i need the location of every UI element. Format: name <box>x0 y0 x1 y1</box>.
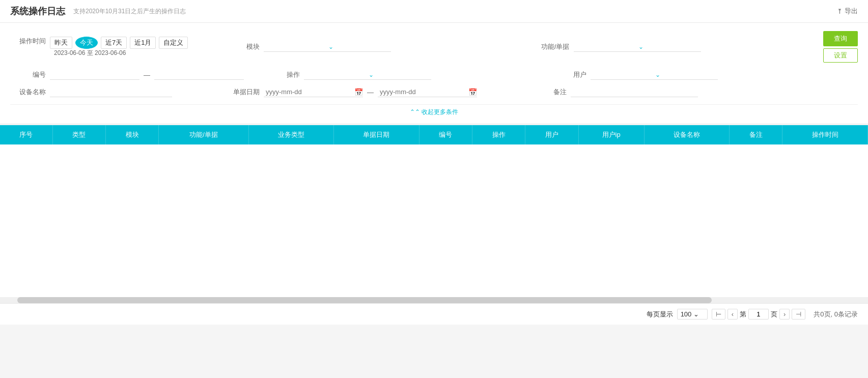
page-header: 系统操作日志 支持2020年10月31日之后产生的操作日志 ⤒ 导出 <box>0 0 868 23</box>
remark-input[interactable] <box>571 87 698 97</box>
date-dash: — <box>367 89 374 96</box>
col-remark: 备注 <box>730 125 782 144</box>
page-title: 系统操作日志 <box>10 5 65 17</box>
collapse-icon: ⌃⌃ <box>410 108 420 115</box>
collapse-label: 收起更多条件 <box>422 108 458 115</box>
col-user-ip: 用户ip <box>578 125 644 144</box>
user-chevron-icon: ⌄ <box>655 71 716 78</box>
col-func: 功能/单据 <box>159 125 248 144</box>
time-btn-1month[interactable]: 近1月 <box>130 37 156 49</box>
user-filter-group: 用户 ⌄ <box>551 70 817 80</box>
module-label: 模块 <box>224 42 260 51</box>
filter-row-3: 设备名称 单据日期 📅 — 📅 备注 <box>10 87 858 97</box>
date-from-input[interactable] <box>264 87 353 97</box>
col-operation: 操作 <box>472 125 525 144</box>
export-icon: ⤒ <box>837 8 843 15</box>
filter-row-1: 操作时间 昨天 今天 近7天 近1月 自定义 2023-06-06 至 2023… <box>10 31 858 63</box>
table-header: 序号 类型 模块 功能/单据 业务类型 单据日期 编号 操作 用户 用户ip 设… <box>0 125 868 144</box>
scrollbar-thumb[interactable] <box>17 297 712 303</box>
time-options-wrap: 昨天 今天 近7天 近1月 自定义 2023-06-06 至 2023-06-0… <box>50 37 188 57</box>
empty-area <box>0 144 868 297</box>
col-voucher-date: 单据日期 <box>334 125 419 144</box>
operation-chevron-icon: ⌄ <box>369 71 429 78</box>
code-label: 编号 <box>10 70 46 79</box>
pagination-bar: 每页显示 100 ⌄ ⊢ ‹ 第 页 › ⊣ 共0页, 0条记录 <box>0 303 868 325</box>
remark-label: 备注 <box>531 88 567 97</box>
query-button[interactable]: 查询 <box>823 31 858 46</box>
export-button[interactable]: ⤒ 导出 <box>837 7 858 16</box>
func-chevron-icon: ⌄ <box>638 43 699 50</box>
prev-page-button[interactable]: ‹ <box>727 309 738 319</box>
col-module: 模块 <box>106 125 159 144</box>
per-page-chevron-icon: ⌄ <box>693 310 699 318</box>
col-index: 序号 <box>0 125 52 144</box>
user-label: 用户 <box>551 70 586 79</box>
code-dash: — <box>144 71 150 79</box>
remark-filter-group: 备注 <box>531 87 818 97</box>
func-label: 功能/单据 <box>534 42 570 51</box>
date-from-wrap: 📅 <box>264 87 363 97</box>
filter-row-2: 编号 — 操作 ⌄ 用户 ⌄ <box>10 70 858 80</box>
device-filter-group: 设备名称 <box>10 87 204 97</box>
time-btn-today[interactable]: 今天 <box>75 37 98 49</box>
time-range-display: 2023-06-06 至 2023-06-06 <box>54 49 188 57</box>
voucher-date-label: 单据日期 <box>224 88 260 97</box>
page-unit: 页 <box>771 310 777 319</box>
col-type: 类型 <box>52 125 105 144</box>
date-to-input[interactable] <box>378 87 467 97</box>
filter-section: 操作时间 昨天 今天 近7天 近1月 自定义 2023-06-06 至 2023… <box>0 23 868 124</box>
module-chevron-icon: ⌄ <box>328 43 389 50</box>
per-page-label: 每页显示 <box>647 310 673 319</box>
total-info: 共0页, 0条记录 <box>814 310 858 319</box>
time-btn-7days[interactable]: 近7天 <box>101 37 127 49</box>
table-header-row: 序号 类型 模块 功能/单据 业务类型 单据日期 编号 操作 用户 用户ip 设… <box>0 125 868 144</box>
user-select[interactable]: ⌄ <box>591 70 718 80</box>
last-page-button[interactable]: ⊣ <box>792 309 805 319</box>
time-buttons: 昨天 今天 近7天 近1月 自定义 <box>50 37 188 49</box>
time-label: 操作时间 <box>10 37 46 46</box>
collapse-bar[interactable]: ⌃⌃ 收起更多条件 <box>10 104 858 119</box>
date-to-wrap: 📅 <box>378 87 477 97</box>
code-input-to[interactable] <box>154 70 244 80</box>
col-code: 编号 <box>419 125 472 144</box>
device-label: 设备名称 <box>10 88 46 97</box>
module-select[interactable]: ⌄ <box>264 42 391 52</box>
code-input-from[interactable] <box>50 70 139 80</box>
per-page-value: 100 <box>681 310 692 318</box>
col-user: 用户 <box>525 125 578 144</box>
code-filter-group: 编号 — <box>10 70 244 80</box>
horizontal-scrollbar[interactable] <box>0 297 868 303</box>
calendar-from-icon[interactable]: 📅 <box>354 88 363 96</box>
module-filter-group: 模块 ⌄ <box>224 42 514 52</box>
page-number-input[interactable] <box>748 309 769 319</box>
export-label: 导出 <box>845 7 858 16</box>
data-table: 序号 类型 模块 功能/单据 业务类型 单据日期 编号 操作 用户 用户ip 设… <box>0 125 868 144</box>
page-subtitle: 支持2020年10月31日之后产生的操作日志 <box>73 7 186 16</box>
device-input[interactable] <box>50 87 172 97</box>
per-page-select[interactable]: 100 ⌄ <box>677 309 708 319</box>
operation-label: 操作 <box>264 70 300 79</box>
func-select[interactable]: ⌄ <box>574 42 701 52</box>
func-filter-group: 功能/单据 ⌄ <box>534 42 824 52</box>
voucher-date-filter-group: 单据日期 📅 — 📅 <box>224 87 511 97</box>
operation-select[interactable]: ⌄ <box>304 70 431 80</box>
action-buttons: 查询 设置 <box>823 31 858 63</box>
time-filter-group: 操作时间 昨天 今天 近7天 近1月 自定义 2023-06-06 至 2023… <box>10 37 204 57</box>
time-btn-custom[interactable]: 自定义 <box>159 37 188 49</box>
calendar-to-icon[interactable]: 📅 <box>468 88 477 96</box>
first-page-button[interactable]: ⊢ <box>712 309 725 319</box>
col-biz-type: 业务类型 <box>248 125 333 144</box>
time-btn-yesterday[interactable]: 昨天 <box>50 37 72 49</box>
operation-filter-group: 操作 ⌄ <box>264 70 530 80</box>
table-section: 序号 类型 模块 功能/单据 业务类型 单据日期 编号 操作 用户 用户ip 设… <box>0 125 868 297</box>
next-page-button[interactable]: › <box>779 309 790 319</box>
page-nav: ⊢ ‹ 第 页 › ⊣ <box>712 309 806 319</box>
col-op-time: 操作时间 <box>782 125 868 144</box>
setting-button[interactable]: 设置 <box>823 48 858 63</box>
col-device: 设备名称 <box>644 125 729 144</box>
page-label: 第 <box>740 310 746 319</box>
